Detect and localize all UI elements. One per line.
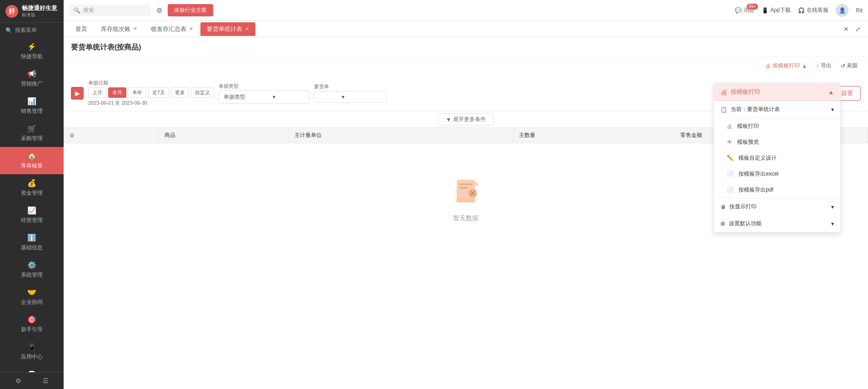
dropdown-display-print[interactable]: 🖥 按显示打印 ▾ [714,198,840,215]
default-func-icon: ⚙ [720,221,725,227]
topbar-gear-icon[interactable]: ⚙ [155,5,164,16]
date-buttons: 上月 本月 本年 近7天 更多 自定义 [88,87,214,98]
goods-filter-group: 要货单 ▾ [314,83,387,103]
version-label: 标准版 [22,12,57,18]
svg-rect-3 [459,187,468,189]
export-excel-label: 按模板导出excel [738,170,778,178]
tab-shoufa-huizong-close[interactable]: ✕ [189,26,193,32]
dropdown-default-func[interactable]: ⚙ 设置默认功能 ▾ [714,215,840,232]
display-print-icon: 🖥 [720,204,726,210]
date-btn-this-year[interactable]: 本年 [128,87,146,98]
settings-icon[interactable]: ⚙ [15,377,21,384]
dropdown-item-template-design[interactable]: ✏️ 模板自定义设计 [714,150,840,166]
app-download-icon: 📱 [762,7,768,14]
avatar[interactable]: 👤 [836,4,848,17]
messages-button[interactable]: 💬 消息 99+ [735,6,754,14]
current-template-icon: 📋 [720,106,727,113]
date-btn-7days[interactable]: 近7天 [148,87,169,98]
sidebar-item-xiaoshou[interactable]: 📊 销售管理 [0,92,64,120]
tab-home-label: 首页 [75,25,87,33]
svg-point-8 [455,190,458,192]
tab-kucun-pizhang-close[interactable]: ✕ [133,26,137,32]
nav-icon-xinshou: 🎯 [27,315,36,324]
dropdown-close-icon[interactable]: ▲ [828,89,834,96]
table-settings-icon[interactable]: ⚙ [70,132,75,139]
sidebar-item-yingyong[interactable]: 📱 应用中心 [0,338,64,365]
online-service-button[interactable]: 🎧 在线客服 [798,6,828,14]
tab-kucun-pizhang[interactable]: 库存批次账 ✕ [95,22,144,36]
refresh-button[interactable]: ↺ 刷新 [838,60,861,71]
order-type-chevron-icon: ▾ [273,94,275,100]
tab-home[interactable]: 首页 [69,22,94,36]
sidebar-item-xitong[interactable]: ⚙️ 系统管理 [0,256,64,283]
nav-label-xitong: 系统管理 [21,271,43,279]
dropdown-items-section: 🖨 模板打印 👁 模板预览 ✏️ 模板自定义设计 📄 按模板导出excel 📄 [714,118,840,198]
print-chevron-icon: ▲ [802,63,807,69]
sidebar-item-kucun[interactable]: 🏠 库存核算 [0,147,64,174]
topbar: 🔍 搜索 ⚙ 体验行业方案 💬 消息 99+ 📱 App下载 🎧 在线客服 👤 … [64,0,868,21]
sidebar-item-jichu[interactable]: ℹ️ 基础信息 [0,229,64,256]
goods-filter-select[interactable]: ▾ [314,91,387,103]
search-icon: 🔍 [5,27,12,34]
message-icon: 💬 [735,7,742,14]
search-label: 搜索菜单 [15,26,37,34]
date-btn-more[interactable]: 更多 [171,87,189,98]
print-icon: 🖨 [765,63,771,69]
goods-filter-label: 要货单 [314,83,387,90]
date-btn-custom[interactable]: 自定义 [191,87,214,98]
expand-label: 展开更多条件 [453,116,486,123]
export-button[interactable]: ↑ 导出 [813,60,834,71]
app-download-button[interactable]: 📱 App下载 [762,6,791,14]
sidebar-item-qiye[interactable]: 🤝 企业协同 [0,283,64,311]
dropdown-current-template[interactable]: 📋 当前：要货单统计表 ▾ [714,101,840,118]
sidebar-item-yingxiao[interactable]: 📢 营销推广 [0,65,64,92]
content-area: 要货单统计表(按商品) 🖨 按模板打印 ▲ ↑ 导出 ↺ 刷新 ▶ 单据日期 [64,37,868,389]
nav-label-kuaijie: 快捷导航 [21,53,43,61]
logo-icon: 好 [5,5,18,18]
expand-more-button[interactable]: ▼ 展开更多条件 [438,113,494,126]
date-btn-this-month[interactable]: 本月 [108,87,126,98]
topbar-search[interactable]: 🔍 搜索 [69,5,151,16]
date-range-display: 2023-06-01 至 2023-06-30 [88,100,214,106]
sidebar-footer: ⚙ ☰ [0,372,64,389]
tab-yaohuo-tongji-close[interactable]: ✕ [245,26,249,32]
order-type-label: 单据类型 [219,83,309,90]
dropdown-header[interactable]: 🖨 按模板打印 ▲ [714,83,840,101]
dropdown-item-template-print[interactable]: 🖨 模板打印 [714,118,840,134]
sidebar-search[interactable]: 🔍 搜索菜单 [0,23,64,38]
col-settings[interactable]: ⚙ [64,128,159,143]
trial-button[interactable]: 体验行业方案 [168,4,213,16]
nav-icon-xiaoshou: 📊 [27,97,36,106]
export-label: 导出 [821,62,832,70]
dropdown-item-export-pdf[interactable]: 📄 按模板导出pdf [714,182,840,198]
dropdown-item-export-excel[interactable]: 📄 按模板导出excel [714,166,840,182]
tab-yaohuo-tongji[interactable]: 要货单统计表 ✕ [200,22,255,36]
print-template-button[interactable]: 🖨 按模板打印 ▲ [763,60,810,71]
order-type-select[interactable]: 单据类型 ▾ [219,91,309,104]
sidebar-item-caigou[interactable]: 🛒 采购管理 [0,120,64,147]
app-download-label: App下载 [770,6,791,14]
filter-expand-button[interactable]: ▶ [71,87,84,100]
nav-label-qiye: 企业协同 [21,298,43,306]
menu-toggle-icon[interactable]: ☰ [43,377,49,384]
sidebar-item-xinshou[interactable]: 🎯 新手引导 [0,311,64,338]
sidebar-item-kuaijie[interactable]: ⚡ 快捷导航 [0,38,64,65]
tab-shoufa-huizong[interactable]: 收发存汇总表 ✕ [145,22,200,36]
dropdown-item-template-preview[interactable]: 👁 模板预览 [714,134,840,150]
print-template-dropdown: 🖨 按模板打印 ▲ 📋 当前：要货单统计表 ▾ 🖨 模板打印 [713,83,841,233]
close-all-tabs-icon[interactable]: ✕ [842,25,851,34]
nav-label-caigou: 采购管理 [21,135,43,142]
template-design-label: 模板自定义设计 [738,154,777,162]
nav-icon-zijin: 💰 [27,179,36,187]
nav-icon-jichu: ℹ️ [27,233,36,242]
nav-icon-yingyong: 📱 [27,343,36,351]
nav-icon-jingying: 📈 [27,206,36,215]
sidebar-item-qiyeweixin[interactable]: 💬 企业微信 [0,365,64,372]
sidebar-item-jingying[interactable]: 📈 经营管理 [0,202,64,229]
template-preview-icon: 👁 [727,139,733,146]
sidebar-item-zijin[interactable]: 💰 资金管理 [0,174,64,202]
nav-label-zijin: 资金管理 [21,189,43,197]
refresh-icon: ↺ [841,63,845,69]
expand-tabs-icon[interactable]: ⤢ [853,25,863,34]
date-btn-last-month[interactable]: 上月 [88,87,106,98]
